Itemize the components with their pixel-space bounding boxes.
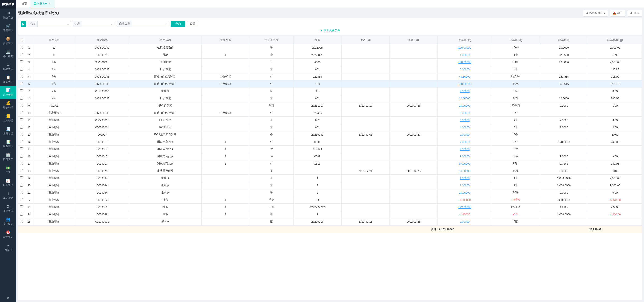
sidebar-item-ecommerce[interactable]: 🖥 电商管理 [0,60,16,73]
warehouse-input[interactable] [38,21,65,27]
category-input[interactable] [132,21,164,27]
basic-icon: ℹ [8,191,9,196]
sidebar-item-quicknav[interactable]: ⊞ 快捷导航 [0,9,16,22]
row-select-checkbox[interactable] [20,111,23,114]
row-qty-main[interactable]: 0.00000 [438,218,492,226]
row-select-checkbox[interactable] [20,155,23,158]
row-warehouse: 营业综仓 [33,211,75,218]
row-qty-main[interactable]: 3.00000 [438,153,492,160]
sidebar-item-finance[interactable]: 💰 资金管理 [0,99,16,112]
sidebar-item-tax[interactable]: 📑 税务管理 [0,137,16,150]
row-qty-main[interactable]: 0.00000 [438,131,492,138]
row-qty-main[interactable]: 1.00000 [438,182,492,189]
row-select-checkbox[interactable] [20,206,23,208]
row-qty-main[interactable]: 1.00000 [438,175,492,182]
row-qty-main[interactable]: 0.00000 [438,146,492,153]
tab-home[interactable]: 首页 [18,0,30,8]
settings-button[interactable]: 设置 [187,21,198,27]
row-select-checkbox[interactable] [20,147,23,150]
row-qty-main[interactable]: 4.00000 [438,117,492,124]
warehouse-ellipsis[interactable]: ... [65,23,70,26]
row-select-checkbox[interactable] [20,75,23,78]
row-qty-main[interactable]: 0.00000 [438,88,492,95]
row-qty-main[interactable]: 122.00000 [438,204,492,211]
row-select-checkbox[interactable] [20,220,23,223]
row-qty-main[interactable]: 10.00000 [438,102,492,109]
row-select-checkbox[interactable] [20,118,23,121]
row-select-checkbox[interactable] [20,184,23,187]
row-qty-main[interactable]: 2.00000 [438,138,492,146]
sidebar-item-management[interactable]: 📈 经营管理 [0,176,16,189]
print-template-button[interactable]: 🖨 按模板打印 ▾ [583,10,608,17]
row-qty-main[interactable]: 100.00000 [438,59,492,66]
sidebar-item-cloud[interactable]: ☁ 云应用 [0,241,16,254]
row-select-checkbox[interactable] [20,82,23,85]
sidebar-item-wholesale[interactable]: 📦 批发管理 [0,35,16,47]
row-qty-main[interactable]: 100.00000 [438,44,492,51]
sidebar-item-purchase[interactable]: 📋 采购管理 [0,73,16,86]
sidebar-item-retail[interactable]: 🛒 零售管理 [0,22,16,35]
retail-icon: 🛒 [6,24,10,28]
table-scroll[interactable]: 仓库名称 商品编码 商品名称 规格型号 主计量单位 批号 生产日期 失效日期 现… [18,37,642,300]
filter-expand-button[interactable]: ▶ [21,21,26,27]
row-qty-main[interactable]: 10.00000 [438,189,492,196]
sidebar-item-invoice[interactable]: 🧾 发票管理 [0,125,16,137]
row-select-checkbox[interactable] [20,104,23,107]
row-qty-main[interactable]: 4.00000 [438,124,492,131]
sidebar-item-collab[interactable]: 👥 企业协同 [0,215,16,228]
display-button[interactable]: 👁 展示 [627,10,642,17]
row-unit: 米 [250,124,294,131]
row-qty-main[interactable]: 49.60000 [438,73,492,80]
sidebar-item-assets[interactable]: 🏢 固定资产 [0,150,16,163]
row-qty-main[interactable]: 0.00000 [438,109,492,117]
sidebar-item-smallbatch[interactable]: 💻 小批电商 [0,47,16,60]
stockval-info-icon[interactable]: i [620,39,623,42]
row-code: 0000012 [75,196,129,204]
sidebar-item-inventory[interactable]: 📊 库存核查 [0,86,16,99]
row-qty-main[interactable]: 1.00000 [438,51,492,59]
category-ellipsis[interactable]: ▾ [164,23,169,26]
row-select-checkbox[interactable] [20,162,23,165]
row-select-checkbox[interactable] [20,68,23,71]
row-qty-main[interactable]: 10.00000 [438,95,492,102]
row-select-checkbox[interactable] [20,133,23,136]
expand-conditions-row[interactable]: ▼ 展开更多条件 [21,29,640,32]
sidebar-item-basic[interactable]: ℹ 基础信息 [0,189,16,202]
row-stock-val: 0.00 [588,189,642,196]
row-select-checkbox[interactable] [20,61,23,63]
row-qty-main[interactable]: 100.00000 [438,80,492,88]
row-select-checkbox[interactable] [20,198,23,201]
row-unit: 件 [250,153,294,160]
product-ellipsis[interactable]: ... [109,23,115,26]
select-all-checkbox[interactable] [20,39,23,42]
tab-inventory-batch[interactable]: 库存批次▾ ✕ [30,0,54,8]
row-select-checkbox[interactable] [20,89,23,92]
row-select-checkbox[interactable] [20,140,23,143]
sidebar-item-ledger[interactable]: 📒 总账管理 [0,112,16,125]
row-select-checkbox[interactable] [20,191,23,194]
row-qty-main[interactable]: 0.00000 [438,66,492,73]
search-button[interactable]: 查询 [171,21,185,27]
product-input[interactable] [82,21,109,27]
export-button[interactable]: 📤 导出 [610,10,626,17]
row-select-checkbox[interactable] [20,53,23,56]
row-qty-main[interactable]: 10.00000 [438,168,492,175]
row-qty-main[interactable]: 87.00000 [438,160,492,168]
row-select-checkbox[interactable] [20,126,23,129]
tab-home-label: 首页 [21,2,27,6]
row-select-checkbox[interactable] [20,169,23,172]
row-select-checkbox[interactable] [20,97,23,100]
row-select-checkbox[interactable] [20,177,23,180]
tab-close-button[interactable]: ✕ [48,2,51,5]
sidebar-item-guide[interactable]: 🎯 新手引导 [0,228,16,241]
row-select-checkbox[interactable] [20,46,23,49]
sidebar-item-system[interactable]: ⚙ 系统管理 [0,202,16,215]
row-select-checkbox[interactable] [20,213,23,216]
expand-conditions-label: 展开更多条件 [324,29,340,32]
row-code: 0000078 [75,168,129,175]
table-row: 15 营业综仓 0000017 测试电商批次 1 件 210423 0.0000… [18,146,642,153]
sidebar-search[interactable]: 搜索菜单 [0,0,16,9]
cloud-icon: ☁ [6,243,10,247]
sidebar-item-salary[interactable]: 💵 工资 [0,163,16,176]
sidebar-settings[interactable]: ⚙ [0,294,16,302]
